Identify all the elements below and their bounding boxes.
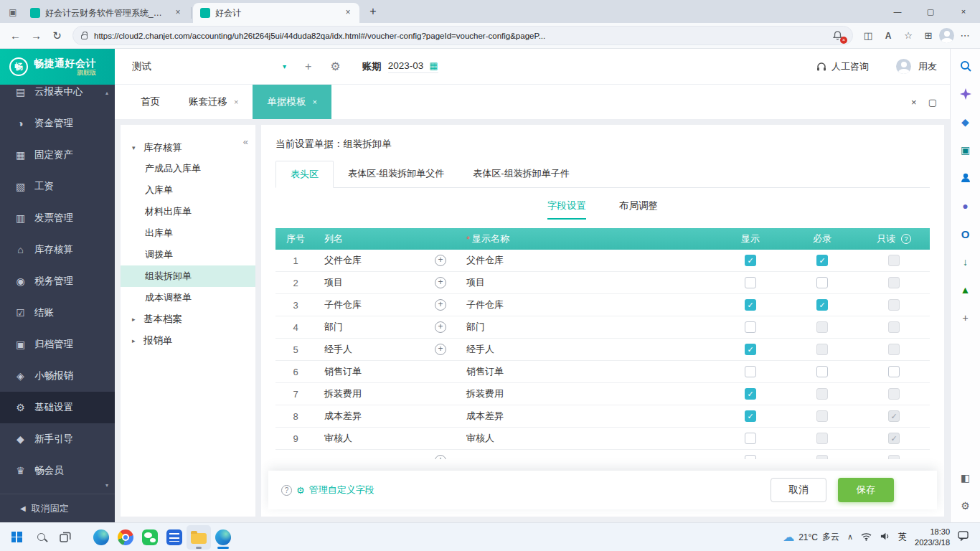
- save-button[interactable]: 保存: [838, 478, 894, 502]
- page-tab-migration[interactable]: 账套迁移×: [174, 85, 253, 119]
- close-tab-icon[interactable]: ×: [312, 98, 316, 106]
- taskbar-wechat-icon[interactable]: [138, 525, 162, 550]
- help-icon[interactable]: ?: [281, 485, 292, 496]
- display-name[interactable]: 子件仓库: [466, 298, 504, 311]
- browser-profile-avatar[interactable]: [939, 28, 954, 43]
- checkbox-readonly[interactable]: [888, 344, 900, 355]
- tree-item-material-out[interactable]: 材料出库单: [121, 201, 255, 222]
- refresh-button[interactable]: ↻: [47, 26, 67, 45]
- display-name[interactable]: 父件仓库: [466, 254, 504, 267]
- user-avatar[interactable]: [896, 59, 911, 74]
- checkbox-show[interactable]: [745, 255, 756, 266]
- cancel-button[interactable]: 取消: [771, 478, 826, 502]
- nav-item-cloud-reports[interactable]: ▤云报表中心: [0, 85, 115, 108]
- nav-item-basic-settings[interactable]: ⚙基础设置: [0, 392, 115, 423]
- weather-widget[interactable]: ☁ 21°C 多云: [783, 531, 839, 543]
- nav-item-inventory[interactable]: ⌂库存核算: [0, 234, 115, 265]
- checkbox-required[interactable]: [816, 321, 828, 333]
- tree-node-inventory[interactable]: ▾ 库存核算: [121, 138, 255, 158]
- tree-item-stock-in[interactable]: 入库单: [121, 179, 255, 201]
- nav-item-guide[interactable]: ◆新手引导: [0, 423, 115, 455]
- fullscreen-icon[interactable]: ▢: [928, 97, 937, 108]
- nav-item-invoice[interactable]: ▥发票管理: [0, 202, 115, 234]
- checkbox-readonly[interactable]: [888, 433, 900, 444]
- back-button[interactable]: ←: [6, 26, 25, 45]
- tree-item-stock-out[interactable]: 出库单: [121, 222, 255, 244]
- collapse-tree-icon[interactable]: «: [243, 136, 248, 147]
- checkbox-readonly[interactable]: [888, 299, 900, 311]
- display-name[interactable]: 成本差异: [466, 410, 504, 423]
- close-tab-icon[interactable]: ×: [234, 98, 238, 106]
- taskbar-edge-icon[interactable]: [89, 525, 113, 550]
- checkbox-show[interactable]: [745, 410, 756, 422]
- lock-icon[interactable]: [81, 34, 88, 39]
- nav-scroll-down-icon[interactable]: ▾: [105, 482, 108, 489]
- checkbox-required[interactable]: [816, 410, 828, 422]
- checkbox-readonly[interactable]: [888, 277, 900, 288]
- tab-header-area[interactable]: 表头区: [275, 161, 334, 188]
- forward-button[interactable]: →: [27, 26, 46, 45]
- taskbar-explorer-icon[interactable]: [187, 525, 211, 550]
- window-minimize-button[interactable]: —: [881, 0, 914, 23]
- checkbox-required[interactable]: [816, 366, 828, 377]
- display-name[interactable]: 审核人: [466, 432, 494, 445]
- start-button[interactable]: [4, 525, 29, 550]
- close-all-icon[interactable]: ×: [911, 97, 917, 108]
- nav-item-reimburse[interactable]: ◈小畅报销: [0, 360, 115, 392]
- checkbox-show[interactable]: [745, 366, 756, 377]
- checkbox-readonly[interactable]: [888, 366, 900, 377]
- nav-item-tax[interactable]: ◉税务管理: [0, 265, 115, 297]
- clock[interactable]: 18:30 2023/3/18: [915, 527, 950, 547]
- tree-node-basic-archive[interactable]: ▸ 基本档案: [121, 309, 255, 330]
- notifications-blocked-icon[interactable]: ×: [832, 30, 844, 42]
- checkbox-readonly[interactable]: [888, 255, 900, 266]
- collections-icon[interactable]: ⊞: [919, 27, 938, 45]
- nav-item-closing[interactable]: ☑结账: [0, 297, 115, 329]
- split-screen-icon[interactable]: ◫: [859, 27, 877, 45]
- task-view-icon[interactable]: [53, 525, 77, 550]
- tree-node-expense[interactable]: ▸ 报销单: [121, 330, 255, 352]
- subtab-layout[interactable]: 布局调整: [619, 199, 658, 220]
- window-maximize-button[interactable]: ▢: [914, 0, 947, 23]
- account-set-select[interactable]: 测试 ▾: [132, 60, 286, 73]
- checkbox-show[interactable]: [745, 277, 756, 288]
- sidebar-designer-icon[interactable]: ▣: [958, 142, 974, 158]
- sidebar-shapes-icon[interactable]: ◆: [958, 114, 974, 130]
- address-bar[interactable]: https://cloud2.chanjet.com/accounting/uh…: [72, 26, 853, 45]
- display-name[interactable]: 经手人: [466, 343, 494, 356]
- window-close-button[interactable]: ×: [947, 0, 980, 23]
- checkbox-required[interactable]: [816, 255, 828, 266]
- browser-menu-icon[interactable]: ⋯: [956, 27, 974, 45]
- tab-body-parent[interactable]: 表体区-组装拆卸单父件: [334, 161, 458, 187]
- add-field-icon[interactable]: +: [435, 344, 446, 355]
- manage-custom-fields-link[interactable]: ? ⚙ 管理自定义字段: [281, 484, 374, 496]
- browser-tab-2[interactable]: 好会计 ×: [193, 3, 359, 23]
- sidebar-discover-icon[interactable]: [958, 86, 974, 102]
- nav-scroll-up-icon[interactable]: ▴: [105, 90, 108, 96]
- readonly-help-icon[interactable]: ?: [901, 234, 911, 244]
- period-picker[interactable]: 2023-03 ▦: [388, 60, 438, 73]
- user-name[interactable]: 用友: [918, 60, 937, 73]
- notification-center-icon[interactable]: [958, 531, 969, 544]
- volume-icon[interactable]: [880, 531, 890, 544]
- sidebar-panel-icon[interactable]: ◧: [958, 470, 974, 486]
- page-tab-voucher-template[interactable]: 单据模板×: [253, 85, 331, 119]
- tree-item-cost-adjust[interactable]: 成本调整单: [121, 287, 255, 309]
- tab2-close-icon[interactable]: ×: [342, 7, 354, 19]
- sidebar-games-icon[interactable]: ▲: [958, 282, 974, 298]
- checkbox-required[interactable]: [816, 433, 828, 444]
- sidebar-drop-icon[interactable]: ↓: [958, 254, 974, 270]
- subtab-field-settings[interactable]: 字段设置: [547, 199, 586, 220]
- unpin-sidebar-button[interactable]: ◀ 取消固定: [0, 494, 115, 522]
- checkbox-readonly[interactable]: [888, 321, 900, 333]
- tree-item-assembly[interactable]: 组装拆卸单: [121, 265, 255, 287]
- sidebar-settings-icon[interactable]: ⚙: [958, 498, 974, 514]
- add-field-icon[interactable]: +: [435, 255, 446, 266]
- checkbox-readonly[interactable]: [888, 455, 900, 459]
- wifi-icon[interactable]: [861, 531, 872, 544]
- checkbox-required[interactable]: [816, 455, 828, 459]
- display-name[interactable]: 拆装费用: [466, 387, 504, 400]
- page-tab-home[interactable]: 首页: [126, 85, 174, 119]
- checkbox-readonly[interactable]: [888, 410, 900, 422]
- settings-gear-icon[interactable]: ⚙: [330, 61, 340, 72]
